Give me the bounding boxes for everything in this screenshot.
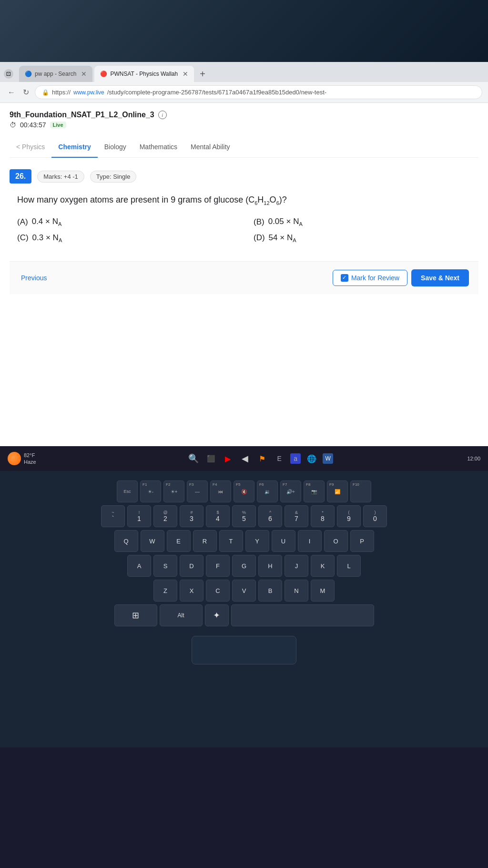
tab2-close[interactable]: ✕: [183, 70, 188, 78]
subject-tab-chemistry[interactable]: Chemistry: [51, 140, 97, 153]
key-a[interactable]: A: [127, 555, 151, 577]
key-i[interactable]: I: [298, 530, 322, 552]
minimize-button[interactable]: ⚀: [4, 69, 13, 79]
refresh-button[interactable]: ↻: [21, 86, 31, 99]
tab1-label: pw app - Search: [35, 71, 76, 77]
key-q[interactable]: Q: [114, 530, 138, 552]
taskbar-browser[interactable]: 🌐: [305, 452, 318, 465]
key-1[interactable]: !1: [127, 505, 151, 527]
key-tilde[interactable]: ~`: [101, 505, 125, 527]
key-f2[interactable]: F2☀+: [163, 480, 184, 502]
tab-pw-search[interactable]: 🔵 pw app - Search ✕: [19, 66, 92, 82]
taskbar-letter-a[interactable]: a: [290, 453, 301, 464]
option-c[interactable]: (C) 0.3 × NA: [17, 233, 234, 243]
key-2[interactable]: @2: [153, 505, 177, 527]
weather-icon: [8, 452, 21, 465]
key-7[interactable]: &7: [285, 505, 308, 527]
key-9[interactable]: (9: [337, 505, 361, 527]
key-o[interactable]: O: [324, 530, 348, 552]
url-bar[interactable]: 🔒 https://www.pw.live/study/complete-pro…: [35, 85, 482, 99]
subject-tab-physics[interactable]: Physics: [10, 140, 51, 153]
mark-review-label: Mark for Review: [351, 274, 399, 282]
back-button[interactable]: ←: [6, 86, 17, 99]
key-esc[interactable]: Esc: [117, 480, 138, 502]
option-a[interactable]: (A) 0.4 × NA: [17, 217, 234, 227]
key-t[interactable]: T: [219, 530, 243, 552]
key-f4[interactable]: F4⏮: [210, 480, 231, 502]
question-header: 26. Marks: +4 -1 Type: Single: [10, 169, 478, 184]
new-tab-button[interactable]: +: [196, 69, 209, 80]
tab-pwnsat[interactable]: 🔴 PWNSAT - Physics Wallah ✕: [94, 66, 194, 82]
laptop-bg-top: [0, 0, 488, 62]
key-p[interactable]: P: [350, 530, 374, 552]
url-path: /study/complete-programe-256787/tests/67…: [107, 89, 326, 96]
key-5[interactable]: %5: [232, 505, 256, 527]
key-3[interactable]: #3: [180, 505, 203, 527]
mark-review-button[interactable]: ✓ Mark for Review: [333, 270, 407, 286]
key-f8[interactable]: F8📷: [304, 480, 325, 502]
key-s[interactable]: S: [153, 555, 177, 577]
key-w[interactable]: W: [141, 530, 164, 552]
key-star[interactable]: ✦: [205, 604, 229, 626]
key-space[interactable]: [231, 604, 374, 626]
subject-tab-mathematics[interactable]: Mathematics: [133, 140, 184, 153]
taskbar-word[interactable]: W: [323, 453, 333, 464]
key-f1[interactable]: F1☀-: [140, 480, 161, 502]
key-n[interactable]: N: [285, 580, 308, 602]
taskbar-youtube[interactable]: ▶: [222, 452, 234, 465]
key-alt[interactable]: Alt: [160, 604, 203, 626]
key-f5[interactable]: F5🔇: [234, 480, 254, 502]
option-d[interactable]: (D) 54 × NA: [254, 233, 471, 243]
key-z[interactable]: Z: [153, 580, 177, 602]
key-f6[interactable]: F6🔉: [257, 480, 278, 502]
key-4[interactable]: $4: [206, 505, 230, 527]
key-m[interactable]: M: [311, 580, 335, 602]
subject-tab-mental-ability[interactable]: Mental Ability: [184, 140, 236, 153]
key-u[interactable]: U: [272, 530, 295, 552]
key-f[interactable]: F: [206, 555, 230, 577]
key-0[interactable]: )0: [363, 505, 387, 527]
tab1-close[interactable]: ✕: [81, 70, 87, 78]
key-f10[interactable]: F10: [350, 480, 371, 502]
taskbar-arrow[interactable]: ◀: [239, 452, 251, 465]
key-f3[interactable]: F3—: [187, 480, 208, 502]
taskbar-center: 🔍 ⬛ ▶ ◀ ⚑ E a 🌐 W: [40, 452, 464, 465]
page-title: 9th_Foundation_NSAT_P1_L2_Online_3: [10, 111, 154, 119]
key-h[interactable]: H: [258, 555, 282, 577]
key-8[interactable]: *8: [311, 505, 335, 527]
key-b[interactable]: B: [258, 580, 282, 602]
key-r[interactable]: R: [193, 530, 217, 552]
taskbar-letter-e[interactable]: E: [273, 452, 285, 465]
trackpad[interactable]: [192, 636, 296, 664]
keyboard-area: Esc F1☀- F2☀+ F3— F4⏮ F5🔇 F6🔉 F7🔊+ F8📷 F…: [0, 471, 488, 747]
key-d[interactable]: D: [180, 555, 203, 577]
option-a-value: 0.4 × NA: [32, 217, 62, 227]
key-g[interactable]: G: [232, 555, 256, 577]
keyboard-bottom-row: ⊞ Alt ✦: [5, 604, 483, 626]
key-windows-left[interactable]: ⊞: [114, 604, 157, 626]
subject-tab-biology[interactable]: Biology: [98, 140, 133, 153]
taskbar-app-2[interactable]: ⚑: [256, 452, 268, 465]
key-v[interactable]: V: [232, 580, 256, 602]
taskbar-app-1[interactable]: ⬛: [204, 452, 217, 465]
search-taskbar-button[interactable]: 🔍: [187, 452, 200, 465]
key-6[interactable]: ^6: [258, 505, 282, 527]
key-k[interactable]: K: [311, 555, 335, 577]
key-j[interactable]: J: [285, 555, 308, 577]
right-actions: ✓ Mark for Review Save & Next: [333, 269, 469, 286]
save-next-button[interactable]: Save & Next: [411, 269, 469, 286]
key-y[interactable]: Y: [245, 530, 269, 552]
key-c[interactable]: C: [206, 580, 230, 602]
option-b[interactable]: (B) 0.05 × NA: [254, 217, 471, 227]
key-l[interactable]: L: [337, 555, 361, 577]
key-f7[interactable]: F7🔊+: [280, 480, 301, 502]
key-e[interactable]: E: [167, 530, 191, 552]
info-icon[interactable]: i: [158, 111, 167, 119]
taskbar-right: 12:00: [467, 456, 480, 461]
key-f9[interactable]: F9📶: [327, 480, 348, 502]
start-button[interactable]: [170, 452, 183, 465]
previous-button[interactable]: Previous: [19, 270, 49, 286]
key-x[interactable]: X: [180, 580, 203, 602]
weather-desc: Haze: [24, 459, 36, 465]
keyboard-number-row: ~` !1 @2 #3 $4 %5 ^6 &7 *8 (9 )0: [5, 505, 483, 527]
